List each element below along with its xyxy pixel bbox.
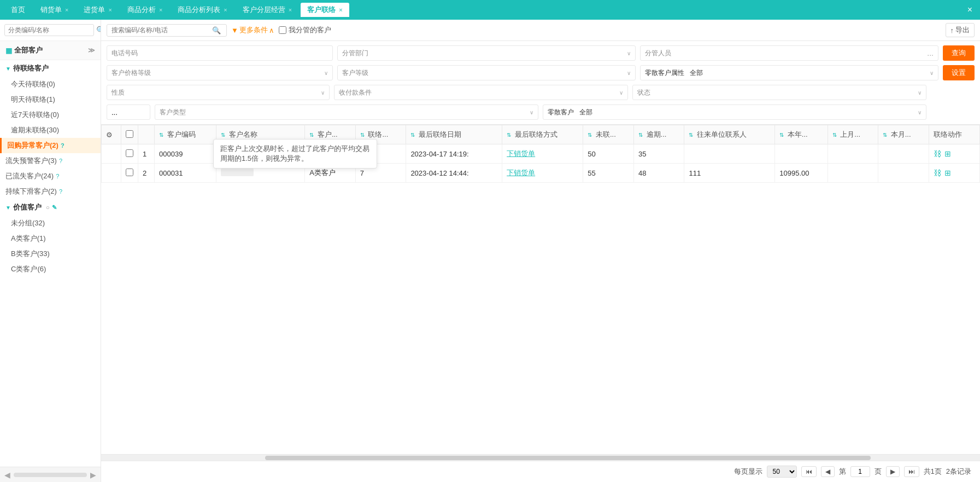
col-code[interactable]: ⇅ 客户编码 xyxy=(155,125,216,144)
col-last-contact-date[interactable]: ⇅ 最后联络日期 xyxy=(406,125,502,144)
filter-icon: ▼ xyxy=(231,26,238,34)
last-page-button[interactable]: ⏭ xyxy=(904,466,919,477)
sidebar-left-arrow[interactable]: ◀ xyxy=(4,471,10,479)
col-this-month[interactable]: ⇅ 本月... xyxy=(878,125,929,144)
col-last-month[interactable]: ⇅ 上月... xyxy=(828,125,878,144)
col-not-contacted[interactable]: ⇅ 未联... xyxy=(583,125,634,144)
tab-product-analysis[interactable]: 商品分析 × xyxy=(121,3,169,17)
filter-retail-customer: 零散客户 全部 ∨ xyxy=(543,104,926,120)
sidebar-repurchase-abnormal-label: 回购异常客户(2) xyxy=(7,141,58,150)
sidebar-item-today-pending[interactable]: 今天待联络(0) xyxy=(0,77,101,92)
row1-last-method-link[interactable]: 下销货单 xyxy=(507,149,535,158)
repurchase-info-icon: ? xyxy=(61,142,64,149)
close-all-button[interactable]: × xyxy=(964,4,976,16)
tab-product-analysis-close[interactable]: × xyxy=(159,7,162,13)
retail-attr-value: 全部 xyxy=(690,68,703,78)
col-last-contact-method[interactable]: ⇅ 最后联络方式 xyxy=(502,125,583,144)
value-customer-edit-icon[interactable]: ✎ xyxy=(52,204,57,211)
sidebar-item-repurchase-abnormal[interactable]: 回购异常客户(2) ? xyxy=(0,138,101,153)
filter-payment: 收付款条件 ∨ xyxy=(334,85,628,100)
tab-customer-tier[interactable]: 客户分层经营 × xyxy=(236,3,298,17)
tab-customer-tier-close[interactable]: × xyxy=(289,7,292,13)
tab-purchase-close[interactable]: × xyxy=(108,7,112,13)
settings-button[interactable]: 设置 xyxy=(943,65,975,80)
sidebar-search-icon[interactable]: 🔍 xyxy=(96,26,101,34)
sidebar: 🔍 ▦ 全部客户 ≫ ▼ 待联络客户 今天待联络(0) 明天待联络(1) 近7天… xyxy=(0,20,101,482)
settings-icon[interactable]: ⚙ xyxy=(106,131,113,139)
row1-last-date: 2023-04-17 14:19: xyxy=(406,144,502,164)
not-contacted-sort-icon: ⇅ xyxy=(588,132,592,138)
current-page-input[interactable] xyxy=(850,466,870,477)
pagination-bar: 每页显示 50 100 200 ⏮ ◀ 第 页 ▶ ⏭ 共1页 2条记录 xyxy=(101,461,980,482)
prev-page-button[interactable]: ◀ xyxy=(821,466,835,477)
row2-last-month xyxy=(828,164,878,183)
sidebar-item-7days-pending[interactable]: 近7天待联络(0) xyxy=(0,107,101,123)
sidebar-item-tomorrow-pending[interactable]: 明天待联络(1) xyxy=(0,92,101,107)
tab-customer-contact-close[interactable]: × xyxy=(339,7,342,13)
row1-grid-icon[interactable]: ⊞ xyxy=(944,149,951,158)
col-overdue[interactable]: ⇅ 逾期... xyxy=(633,125,684,144)
col-this-year[interactable]: ⇅ 本年... xyxy=(775,125,828,144)
this-year-sort-icon: ⇅ xyxy=(779,132,784,138)
sidebar-item-overdue-pending[interactable]: 逾期未联络(30) xyxy=(0,123,101,138)
more-conditions-button[interactable]: ▼ 更多条件 ∧ xyxy=(231,25,274,35)
filter-retail-attr: 零散客户属性 全部 ∨ xyxy=(640,65,938,80)
filter-dots: ... xyxy=(107,104,150,120)
sidebar-value-customer-group[interactable]: ▼ 价值客户 ○ ✎ xyxy=(0,199,101,216)
sidebar-item-already-lost[interactable]: 已流失客户(24) ? xyxy=(0,169,101,184)
select-all-checkbox[interactable] xyxy=(126,130,133,138)
row2-last-method-link[interactable]: 下销货单 xyxy=(507,169,535,177)
per-page-select[interactable]: 50 100 200 xyxy=(767,466,797,478)
table-area: ⚙ ⇅ 客户编码 ⇅ 客户名称 xyxy=(101,125,980,454)
row2-link-icon[interactable]: ⛓ xyxy=(934,169,941,177)
sidebar-item-lost-prediction[interactable]: 流失预警客户(3) ? xyxy=(0,153,101,169)
row2-last-method[interactable]: 下销货单 xyxy=(502,164,583,183)
sidebar-collapse-btn[interactable]: ≫ xyxy=(88,47,95,54)
gender-chevron-icon: ∨ xyxy=(321,90,325,96)
next-page-button[interactable]: ▶ xyxy=(886,466,900,477)
row2-code: 000031 xyxy=(155,164,216,183)
tab-product-list[interactable]: 商品分析列表 × xyxy=(171,3,233,17)
col-category-label: 客户... xyxy=(318,130,338,138)
sidebar-item-overdue-pending-label: 逾期未联络(30) xyxy=(11,125,59,135)
col-unit-contact[interactable]: ⇅ 往来单位联系人 xyxy=(684,125,775,144)
sidebar-search-input[interactable] xyxy=(4,24,94,36)
sidebar-right-arrow[interactable]: ▶ xyxy=(90,471,96,479)
row1-last-method[interactable]: 下销货单 xyxy=(502,144,583,164)
row1-not-contacted: 50 xyxy=(583,144,634,164)
search-icon[interactable]: 🔍 xyxy=(212,26,221,34)
sidebar-item-continuing-decline[interactable]: 持续下滑客户(2) ? xyxy=(0,184,101,199)
filter-gender: 性质 ∨ xyxy=(107,85,330,100)
row2-select-checkbox[interactable] xyxy=(126,169,133,176)
tab-home[interactable]: 首页 xyxy=(4,3,32,17)
tab-customer-contact[interactable]: 客户联络 × xyxy=(301,3,349,17)
my-customers-checkbox[interactable] xyxy=(279,26,286,34)
tab-product-list-close[interactable]: × xyxy=(224,7,227,13)
query-button[interactable]: 查询 xyxy=(943,45,975,61)
sidebar-pending-contact-section[interactable]: ▼ 待联络客户 xyxy=(0,60,101,77)
row1-link-icon[interactable]: ⛓ xyxy=(934,149,941,158)
filter-row-1: 电话号码 分管部门 ∨ 分管人员 ... 查询 xyxy=(107,45,975,61)
row2-overdue: 48 xyxy=(633,164,684,183)
sidebar-item-c-class[interactable]: C类客户(6) xyxy=(0,262,101,277)
tab-sales[interactable]: 销货单 × xyxy=(34,3,75,17)
first-page-button[interactable]: ⏮ xyxy=(801,466,817,477)
manager-dots-icon[interactable]: ... xyxy=(927,49,934,57)
tab-sales-close[interactable]: × xyxy=(65,7,68,13)
search-input[interactable] xyxy=(112,26,210,34)
sidebar-item-a-class[interactable]: A类客户(1) xyxy=(0,231,101,246)
row2-grid-icon[interactable]: ⊞ xyxy=(944,169,951,177)
sidebar-item-b-class[interactable]: B类客户(33) xyxy=(0,246,101,262)
sidebar-all-customers-header[interactable]: ▦ 全部客户 ≫ xyxy=(0,41,101,60)
horizontal-scrollbar[interactable] xyxy=(101,454,980,461)
sidebar-a-class-label: A类客户(1) xyxy=(11,234,46,243)
row1-select-checkbox[interactable] xyxy=(126,149,133,157)
row2-action-icons: ⛓ ⊞ xyxy=(934,169,975,177)
scrollbar-thumb[interactable] xyxy=(265,456,871,460)
export-button[interactable]: ↑ 导出 xyxy=(946,23,975,37)
sidebar-item-unclassified[interactable]: 未分组(32) xyxy=(0,216,101,231)
col-checkbox xyxy=(121,125,138,144)
page-word: 第 xyxy=(839,467,846,477)
tab-purchase[interactable]: 进货单 × xyxy=(77,3,118,17)
col-settings[interactable]: ⚙ xyxy=(102,125,121,144)
